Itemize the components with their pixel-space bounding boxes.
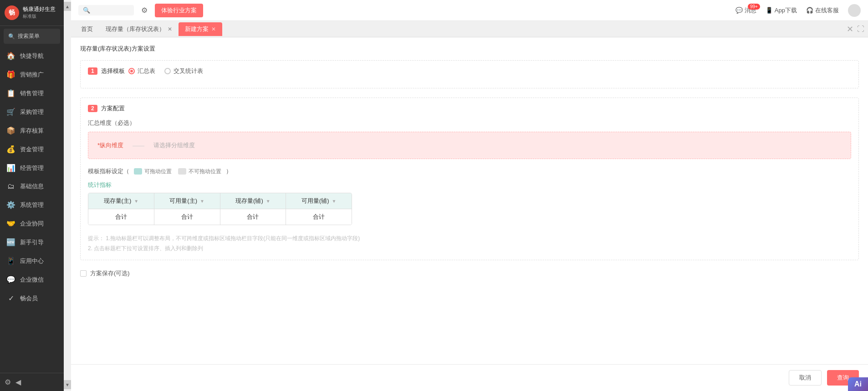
- col-2-summary: 合计: [247, 213, 259, 221]
- sidebar-item-label: 企业协同: [20, 220, 44, 228]
- sidebar-item-member[interactable]: ✓ 畅会员: [0, 289, 64, 308]
- tip-2: 2. 点击标题栏下拉可设置排序、插入列和删除列: [88, 244, 851, 254]
- search-icon: 🔍: [8, 33, 15, 40]
- sidebar-search[interactable]: 🔍 搜索菜单: [4, 29, 60, 44]
- sidebar-footer: ⚙ ◀: [0, 373, 64, 391]
- stats-table-header-row: 现存量(主) ▼ 可用量(主) ▼ 现存量(辅) ▼ 可用量(辅) ▼: [88, 193, 352, 209]
- sidebar-item-inventory[interactable]: 📦 库存核算: [0, 121, 64, 140]
- sidebar-item-basicinfo[interactable]: 🗂 基础信息: [0, 177, 64, 196]
- search-bar[interactable]: 🔍: [78, 5, 134, 15]
- col-header-1[interactable]: 可用量(主) ▼: [154, 193, 220, 209]
- save-option: 方案保存(可选): [80, 269, 859, 278]
- sidebar-item-quicknav[interactable]: 🏠 快捷导航: [0, 46, 64, 65]
- dimension-title: 汇总维度（必选）: [88, 119, 851, 127]
- logo-icon: 畅: [5, 5, 19, 20]
- quicknav-icon: 🏠: [6, 51, 15, 60]
- search-label: 搜索菜单: [18, 32, 40, 40]
- sysadmin-icon: ⚙️: [6, 201, 15, 209]
- sidebar-item-weixin[interactable]: 💬 企业微信: [0, 270, 64, 289]
- tab-newplan[interactable]: 新建方案 ✕: [179, 22, 222, 36]
- stats-table-data-row: 合计 合计 合计 合计: [88, 209, 352, 225]
- headset-icon: 🎧: [806, 7, 813, 14]
- close-panel-icon[interactable]: ✕: [847, 24, 853, 34]
- user-avatar[interactable]: [848, 4, 861, 17]
- col-1-arrow[interactable]: ▼: [200, 199, 204, 204]
- search-input[interactable]: [93, 7, 129, 14]
- stats-table: 现存量(主) ▼ 可用量(主) ▼ 现存量(辅) ▼ 可用量(辅) ▼: [88, 193, 352, 225]
- col-3-summary: 合计: [313, 213, 325, 221]
- ai-badge[interactable]: Ai: [848, 377, 868, 391]
- cancel-button[interactable]: 取消: [789, 370, 822, 386]
- footer-bar: 取消 查询: [71, 364, 868, 391]
- operation-icon: 📊: [6, 164, 15, 172]
- scroll-up-arrow[interactable]: ▲: [64, 2, 71, 11]
- col-0-label: 现存量(主): [104, 197, 132, 205]
- col-2-arrow[interactable]: ▼: [266, 199, 271, 204]
- sidebar-item-operation[interactable]: 📊 经营管理: [0, 159, 64, 177]
- sidebar-item-label: 库存核算: [20, 127, 44, 135]
- sidebar-item-finance[interactable]: 💰 资金管理: [0, 140, 64, 159]
- radio-summary[interactable]: 汇总表: [128, 67, 155, 75]
- col-header-3[interactable]: 可用量(辅) ▼: [286, 193, 352, 209]
- col-3-arrow[interactable]: ▼: [332, 199, 337, 204]
- dimension-placeholder: 请选择分组维度: [153, 141, 195, 149]
- sidebar-item-marketing[interactable]: 🎁 营销推广: [0, 65, 64, 84]
- sidebar-item-label: 新手引导: [20, 238, 44, 247]
- tip-1: 提示： 1.拖动标题栏可以调整布局，不可跨维度或指标区域拖动栏目字段(只能在同一…: [88, 234, 851, 244]
- metrics-title-suffix: ）: [226, 167, 232, 175]
- tabbar: 首页 现存量（库存状况表） ✕ 新建方案 ✕ ✕ ⛶: [71, 21, 868, 37]
- app-download-item[interactable]: 📱 App下载: [766, 6, 797, 15]
- sidebar-item-collab[interactable]: 🤝 企业协同: [0, 214, 64, 233]
- sidebar-item-label: 应用中心: [20, 257, 44, 265]
- col-header-0[interactable]: 现存量(主) ▼: [88, 193, 154, 209]
- sidebar-item-sales[interactable]: 📋 销售管理: [0, 84, 64, 103]
- radio-crosstab[interactable]: 交叉统计表: [164, 67, 203, 75]
- sidebar-item-label: 销售管理: [20, 89, 44, 98]
- collapse-icon[interactable]: ◀: [15, 378, 21, 386]
- step2-badge: 2: [88, 105, 97, 112]
- search-bar-icon: 🔍: [83, 7, 90, 14]
- sidebar-item-label: 系统管理: [20, 201, 44, 209]
- main-area: 🔍 ⚙ 体验行业方案 💬 消息 99+ 📱 App下载 🎧 在线客服 首页: [71, 0, 868, 391]
- step1-section: 1 选择模板 汇总表 交叉统计表: [80, 60, 859, 88]
- settings-icon[interactable]: ⚙: [5, 378, 11, 386]
- sidebar-item-sysadmin[interactable]: ⚙️ 系统管理: [0, 196, 64, 214]
- sales-icon: 📋: [6, 89, 15, 98]
- message-item[interactable]: 💬 消息 99+: [735, 6, 756, 15]
- topbar-right: 💬 消息 99+ 📱 App下载 🎧 在线客服: [735, 4, 861, 17]
- tab-newplan-close[interactable]: ✕: [211, 26, 216, 32]
- col-0-arrow[interactable]: ▼: [134, 199, 138, 204]
- online-service-label: 在线客服: [815, 6, 839, 15]
- sidebar-item-appcenter[interactable]: 📱 应用中心: [0, 252, 64, 270]
- col-header-2[interactable]: 现存量(辅) ▼: [220, 193, 286, 209]
- tab-inventory-close[interactable]: ✕: [168, 26, 172, 32]
- app-version: 标准版: [23, 13, 56, 20]
- sidebar-item-newuser[interactable]: 🆕 新手引导: [0, 233, 64, 252]
- marketing-icon: 🎁: [6, 70, 15, 79]
- radio-crosstab-label: 交叉统计表: [174, 67, 203, 75]
- sidebar-item-label: 企业微信: [20, 276, 44, 284]
- expand-icon[interactable]: ⛶: [857, 25, 864, 33]
- dimension-area[interactable]: *纵向维度 —— 请选择分组维度: [88, 132, 851, 159]
- non-draggable-box: [178, 168, 186, 175]
- col-1-summary: 合计: [181, 213, 193, 221]
- tab-inventory[interactable]: 现存量（库存状况表） ✕: [99, 22, 179, 36]
- app-name: 畅康通好生意: [23, 6, 56, 13]
- sidebar-item-label: 营销推广: [20, 71, 44, 79]
- scroll-down-arrow[interactable]: ▼: [64, 380, 71, 389]
- step1-title: 选择模板: [101, 67, 125, 75]
- sidebar-item-purchase[interactable]: 🛒 采购管理: [0, 103, 64, 121]
- tab-inventory-label: 现存量（库存状况表）: [106, 25, 165, 33]
- vertical-label: *纵向维度: [97, 141, 123, 149]
- tab-home-label: 首页: [81, 25, 93, 33]
- col-data-3: 合计: [286, 209, 352, 225]
- divider: ——: [133, 142, 144, 149]
- save-checkbox[interactable]: [80, 270, 87, 277]
- industry-button[interactable]: 体验行业方案: [155, 4, 203, 17]
- radio-summary-label: 汇总表: [138, 67, 155, 75]
- gear-icon[interactable]: ⚙: [141, 6, 148, 15]
- tab-home[interactable]: 首页: [75, 22, 99, 36]
- non-draggable-label: 不可拖动位置: [189, 168, 221, 175]
- legend-non-draggable: 不可拖动位置: [178, 168, 221, 175]
- online-service-item[interactable]: 🎧 在线客服: [806, 6, 839, 15]
